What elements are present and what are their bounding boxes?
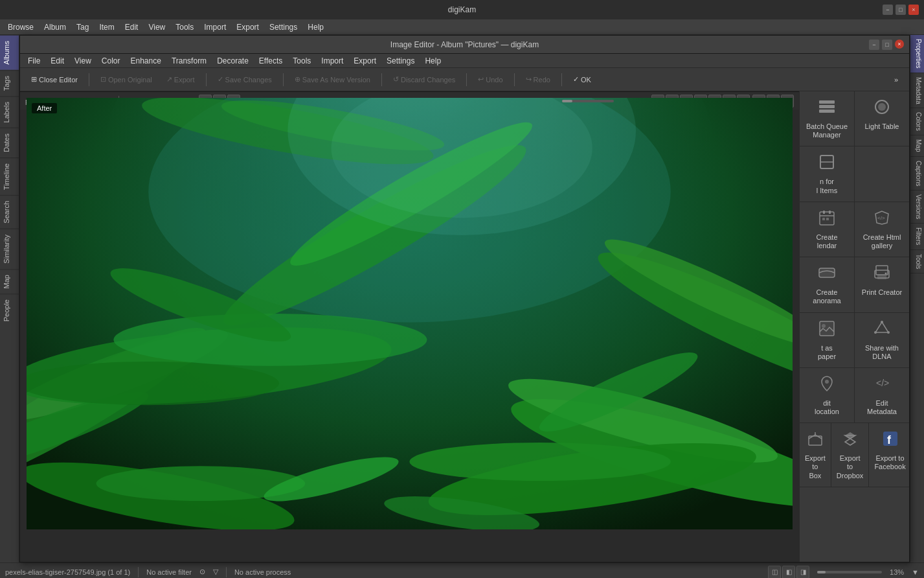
right-tab-captions[interactable]: Captions xyxy=(910,157,924,191)
svg-text:</>: </> xyxy=(877,215,885,221)
export-button[interactable]: ↗ Export xyxy=(161,73,201,86)
right-tab-versions[interactable]: Versions xyxy=(910,191,924,224)
create-panorama-item[interactable]: Createanorama xyxy=(800,257,855,312)
close-button[interactable]: × xyxy=(908,5,919,15)
share-dlna-item[interactable]: Share withDLNA xyxy=(855,313,909,367)
bottom-zoom-slider[interactable] xyxy=(817,571,882,573)
undo-button[interactable]: ↩ Undo xyxy=(472,73,508,86)
bottom-icon-2[interactable]: ◧ xyxy=(782,566,795,579)
editor-menu-enhance[interactable]: Enhance xyxy=(126,55,166,67)
edit-metadata-item[interactable]: </> EditMetadata xyxy=(855,368,909,422)
save-changes-button[interactable]: ✓ Save Changes xyxy=(212,73,278,86)
right-tab-metadata[interactable]: Metadata xyxy=(910,73,924,109)
export-box-icon xyxy=(806,430,824,452)
menu-tag[interactable]: Tag xyxy=(71,21,94,33)
image-container: After xyxy=(27,98,793,529)
menu-album[interactable]: Album xyxy=(39,21,71,33)
create-panorama-label: Createanorama xyxy=(813,288,840,305)
canvas-area[interactable]: After pexels-elias-t...9.jpg (1 of 1) 52… xyxy=(20,91,799,562)
sidebar-tab-people[interactable]: People xyxy=(0,294,19,327)
more-button[interactable]: » xyxy=(888,73,904,86)
menu-edit[interactable]: Edit xyxy=(120,21,144,33)
placeholder-item xyxy=(855,146,909,201)
sidebar-tab-search[interactable]: Search xyxy=(0,195,19,229)
svg-point-50 xyxy=(881,321,883,323)
menu-settings[interactable]: Settings xyxy=(264,21,302,33)
right-tab-tools[interactable]: Tools xyxy=(910,250,924,273)
discard-changes-button[interactable]: ↺ Discard Changes xyxy=(387,73,461,86)
create-calendar-item[interactable]: Createlendar xyxy=(800,202,855,257)
ok-button[interactable]: ✓ OK xyxy=(567,73,597,86)
toolbar-sep-7 xyxy=(561,73,562,86)
menu-help[interactable]: Help xyxy=(302,21,329,33)
export-dropbox-item[interactable]: Export toDropbox xyxy=(831,423,870,487)
minimize-button[interactable]: − xyxy=(883,5,893,15)
sidebar-tab-labels[interactable]: Labels xyxy=(0,96,19,128)
save-new-version-button[interactable]: ⊕ Save As New Version xyxy=(289,73,376,86)
right-tab-filters[interactable]: Filters xyxy=(910,224,924,249)
editor-menu-file[interactable]: File xyxy=(23,55,45,67)
toolbar-sep-5 xyxy=(466,73,467,86)
restore-button[interactable]: □ xyxy=(896,5,906,15)
editor-menu-view[interactable]: View xyxy=(69,55,96,67)
sidebar-tab-timeline[interactable]: Timeline xyxy=(0,157,19,195)
svg-rect-43 xyxy=(819,268,835,277)
svg-point-49 xyxy=(822,324,826,328)
sidebar-tab-dates[interactable]: Dates xyxy=(0,128,19,157)
editor-menu-export[interactable]: Export xyxy=(348,55,381,67)
export-facebook-item[interactable]: f Export toFacebook xyxy=(869,423,909,487)
fern-illustration xyxy=(27,98,793,529)
editor-menu-effects[interactable]: Effects xyxy=(254,55,287,67)
set-wallpaper-item[interactable]: t aspaper xyxy=(800,313,855,367)
print-creator-label: Print Creator xyxy=(862,288,902,297)
editor-minimize-button[interactable]: − xyxy=(869,40,879,50)
menu-view[interactable]: View xyxy=(143,21,170,33)
open-original-button[interactable]: ⊡ Open Original xyxy=(95,73,158,86)
editor-menu-color[interactable]: Color xyxy=(96,55,126,67)
edit-location-item[interactable]: ditlocation xyxy=(800,368,855,422)
close-editor-button[interactable]: ⊞ Close Editor xyxy=(25,73,84,86)
set-wallpaper-icon xyxy=(818,319,836,341)
editor-menu-transform[interactable]: Transform xyxy=(166,55,212,67)
right-tab-map[interactable]: Map xyxy=(910,135,924,156)
menu-export[interactable]: Export xyxy=(231,21,264,33)
sidebar-tab-map[interactable]: Map xyxy=(0,269,19,294)
menu-browse[interactable]: Browse xyxy=(3,21,39,33)
create-html-item[interactable]: </> Create Htmlgallery xyxy=(855,202,909,257)
filter-clear-icon[interactable]: ▽ xyxy=(213,568,218,576)
editor-menu-decorate[interactable]: Decorate xyxy=(212,55,254,67)
print-creator-item[interactable]: Print Creator xyxy=(855,257,909,312)
export-dropbox-icon xyxy=(841,430,859,452)
bottom-icon-1[interactable]: ◫ xyxy=(768,566,781,579)
bottom-icon-3[interactable]: ◨ xyxy=(796,566,809,579)
right-tab-colors[interactable]: Colors xyxy=(910,108,924,135)
bottom-zoom-down[interactable]: ▼ xyxy=(912,568,919,576)
menu-import[interactable]: Import xyxy=(199,21,231,33)
light-table-icon xyxy=(873,98,891,120)
scan-items-item[interactable]: n forl Items xyxy=(800,146,855,201)
filter-icon: ⊙ xyxy=(199,568,205,576)
editor-menu-tools[interactable]: Tools xyxy=(287,55,316,67)
discard-icon: ↺ xyxy=(393,75,399,84)
menu-tools[interactable]: Tools xyxy=(170,21,199,33)
sidebar-tab-albums[interactable]: Albums xyxy=(0,35,19,70)
panel-row-5: t aspaper Share with xyxy=(800,313,909,368)
batch-queue-item[interactable]: Batch QueueManager xyxy=(800,91,855,146)
editor-menu-import[interactable]: Import xyxy=(316,55,348,67)
svg-rect-48 xyxy=(820,321,834,336)
editor-close-button[interactable]: × xyxy=(895,40,904,49)
editor-menu-settings[interactable]: Settings xyxy=(381,55,420,67)
zoom-slider[interactable] xyxy=(562,100,614,102)
sidebar-tab-tags[interactable]: Tags xyxy=(0,70,19,96)
panel-row-4: Createanorama Print xyxy=(800,257,909,312)
svg-point-53 xyxy=(825,380,829,384)
editor-menu-edit[interactable]: Edit xyxy=(45,55,69,67)
right-tab-properties[interactable]: Properties xyxy=(910,35,924,73)
export-box-item[interactable]: Export toBox xyxy=(800,423,831,487)
light-table-item[interactable]: Light Table xyxy=(855,91,909,146)
menu-item[interactable]: Item xyxy=(94,21,119,33)
redo-button[interactable]: ↪ Redo xyxy=(520,73,556,86)
editor-menu-help[interactable]: Help xyxy=(420,55,446,67)
editor-restore-button[interactable]: □ xyxy=(882,40,892,50)
sidebar-tab-similarity[interactable]: Similarity xyxy=(0,229,19,269)
